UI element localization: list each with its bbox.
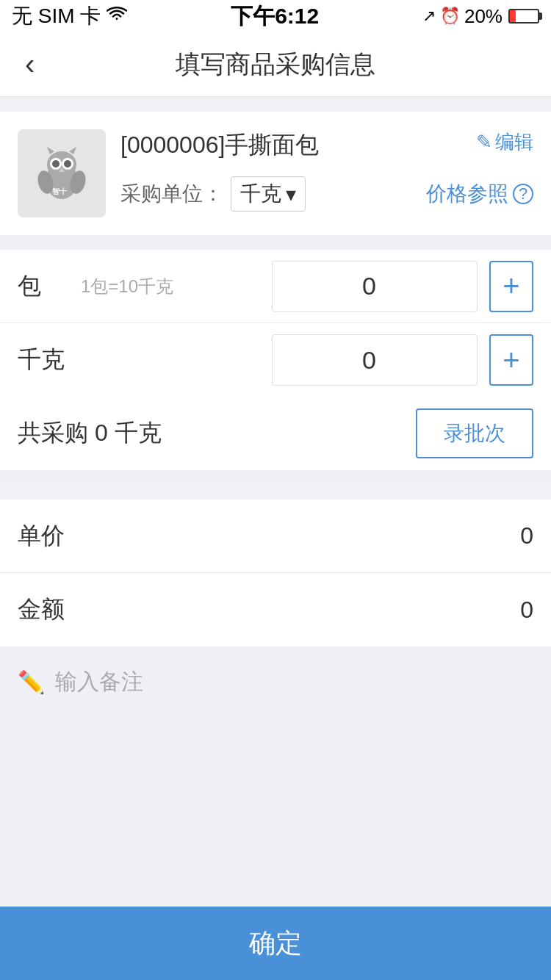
- status-time: 下午6:12: [231, 1, 319, 32]
- battery-percent: 20%: [464, 5, 503, 28]
- status-left: 无 SIM 卡: [12, 2, 127, 30]
- product-info: [0000006]手撕面包 ✎ 编辑 采购单位： 千克 ▾ 价格参照 ?: [120, 129, 533, 212]
- input-section: 包 1包=10千克 + 千克 +: [0, 250, 551, 397]
- summary-section: 共采购 0 千克 录批次: [0, 397, 551, 470]
- battery-icon: [508, 9, 539, 24]
- amount-value: 0: [520, 597, 533, 624]
- svg-point-5: [64, 160, 71, 167]
- wifi-icon: [107, 4, 127, 28]
- carrier-text: 无 SIM 卡: [12, 2, 101, 30]
- kg-input[interactable]: [272, 334, 478, 386]
- package-label: 包: [18, 270, 76, 303]
- back-button[interactable]: ‹: [18, 40, 42, 88]
- amount-label: 金额: [18, 594, 65, 626]
- unit-price-label: 单价: [18, 520, 65, 552]
- remark-section[interactable]: ✏️ 输入备注: [0, 646, 551, 718]
- help-icon: ?: [513, 184, 533, 204]
- product-image: 智十: [18, 129, 106, 217]
- alarm-icon: ⏰: [440, 7, 460, 26]
- chevron-down-icon: ▾: [286, 182, 296, 206]
- record-batch-button[interactable]: 录批次: [416, 408, 533, 458]
- status-right: ↗ ⏰ 20%: [422, 5, 539, 28]
- svg-marker-8: [69, 147, 76, 154]
- svg-text:智十: 智十: [51, 187, 68, 195]
- package-input-row: 包 1包=10千克 +: [0, 250, 551, 323]
- package-plus-button[interactable]: +: [489, 261, 533, 312]
- kg-input-row: 千克 +: [0, 323, 551, 397]
- price-info-section: 单价 0 金额 0: [0, 500, 551, 646]
- location-icon: ↗: [422, 7, 436, 26]
- divider-1: [0, 235, 551, 250]
- unit-price-value: 0: [520, 522, 533, 550]
- product-card: 智十 [0000006]手撕面包 ✎ 编辑 采购单位： 千克 ▾ 价格参照: [0, 112, 551, 235]
- nav-bar: ‹ 填写商品采购信息: [0, 32, 551, 97]
- price-ref-button[interactable]: 价格参照 ?: [426, 180, 533, 208]
- pencil-icon: ✏️: [18, 669, 45, 695]
- svg-marker-7: [47, 147, 54, 154]
- divider-2: [0, 470, 551, 485]
- edit-button[interactable]: ✎ 编辑: [476, 129, 533, 155]
- package-sub-label: 1包=10千克: [81, 275, 173, 298]
- svg-point-4: [52, 160, 60, 167]
- kg-label: 千克: [18, 344, 76, 376]
- amount-row: 金额 0: [0, 573, 551, 646]
- page-title: 填写商品采购信息: [176, 48, 375, 82]
- unit-price-row: 单价 0: [0, 500, 551, 573]
- package-input[interactable]: [272, 261, 478, 312]
- bottom-spacer: [0, 718, 551, 938]
- confirm-button-label: 确定: [249, 926, 302, 962]
- edit-icon: ✎: [476, 131, 492, 154]
- unit-label: 采购单位：: [120, 180, 223, 208]
- product-name: [0000006]手撕面包: [120, 129, 319, 162]
- kg-plus-button[interactable]: +: [489, 334, 533, 386]
- product-logo: 智十: [18, 129, 106, 217]
- unit-select[interactable]: 千克 ▾: [231, 176, 306, 212]
- remark-placeholder: 输入备注: [55, 667, 143, 697]
- confirm-button[interactable]: 确定: [0, 907, 551, 980]
- summary-text: 共采购 0 千克: [18, 417, 162, 450]
- status-bar: 无 SIM 卡 下午6:12 ↗ ⏰ 20%: [0, 0, 551, 32]
